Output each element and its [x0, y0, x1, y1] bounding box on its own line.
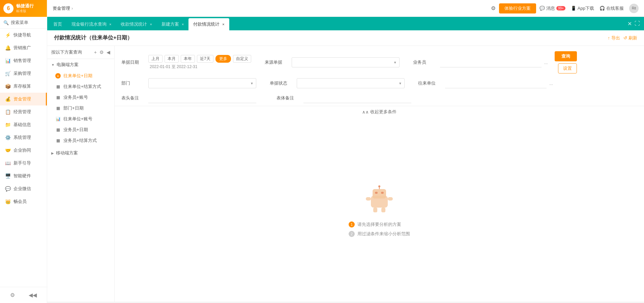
svg-rect-6 — [373, 208, 377, 212]
solution-group-desktop: ▼ 电脑端方案 ● 往来单位+日期 ▦ 往来单位+结算方式 ▦ 业务员+账号 — [47, 59, 114, 146]
staff-input-wrap: ... — [440, 57, 548, 67]
solution-chart-icon: 📊 — [55, 116, 61, 122]
quick-nav-icon: ⚡ — [5, 32, 11, 38]
page-header: 付款情况统计（往来单位+日期） ↑ 导出 ↺ 刷新 — [47, 30, 644, 46]
sidebar-item-member[interactable]: 👑 畅会员 — [0, 195, 47, 208]
operation-icon: 📋 — [5, 109, 11, 115]
solution-item-partner-account[interactable]: 📊 往来单位+账号 — [47, 114, 114, 124]
solution-item-dept-date[interactable]: ▦ 部门+日期 — [47, 103, 114, 114]
solution-item-staff-settlement[interactable]: ▦ 业务员+结算方式 — [47, 135, 114, 146]
message-action[interactable]: 💬 消息 99+ — [539, 5, 565, 11]
date-btn-last-month[interactable]: 上月 — [148, 55, 163, 63]
trial-button[interactable]: 体验行业方案 — [499, 3, 536, 13]
tab-bar-actions: ✕ ⛶ — [625, 17, 643, 30]
refresh-button[interactable]: ↺ 刷新 — [623, 35, 637, 41]
top-header: 资金管理 › ⚙ 体验行业方案 💬 消息 99+ 📱 App下载 🎧 在线客服 … — [47, 0, 644, 17]
header-note-wrap — [148, 93, 256, 103]
sidebar-search[interactable]: 🔍 搜索菜单 — [0, 17, 47, 29]
tab-close-payment[interactable]: × — [222, 22, 224, 26]
date-btn-custom[interactable]: 自定义 — [233, 55, 251, 63]
filter-row-1: 单据日期 上月 本月 本年 近7天 更多 自定义 20 — [121, 51, 637, 73]
breadcrumb: 资金管理 › — [53, 5, 488, 11]
mobile-arrow-icon: ▶ — [51, 151, 54, 155]
tab-close-receipts[interactable]: × — [150, 22, 152, 26]
date-btn-more[interactable]: 更多 — [215, 55, 231, 63]
doc-status-select[interactable] — [297, 78, 405, 88]
tab-bank[interactable]: 现金银行流水查询 × — [67, 18, 116, 30]
tab-close-bank[interactable]: × — [109, 22, 111, 26]
solution-item-staff-date[interactable]: ▦ 业务员+日期 — [47, 124, 114, 135]
tab-close-new-plan[interactable]: × — [182, 22, 184, 26]
sidebar-brand: 畅捷通行 标准版 — [16, 3, 34, 13]
sidebar-collapse-icon[interactable]: ◀◀ — [27, 291, 38, 300]
dept-select-wrap: ▼ — [148, 78, 256, 88]
solution-item-partner-date[interactable]: ● 往来单位+日期 — [47, 70, 114, 81]
collapse-more-btn[interactable]: ∧∧ 收起更多条件 — [115, 106, 644, 118]
sidebar-item-capital[interactable]: 💰 资金管理 — [0, 93, 47, 105]
dept-select[interactable] — [148, 78, 256, 88]
tab-new-plan[interactable]: 新建方案 × — [157, 18, 188, 30]
solution-collapse-icon[interactable]: ◀ — [107, 50, 110, 55]
page-title: 付款情况统计（往来单位+日期） — [54, 34, 133, 41]
sidebar-item-hardware[interactable]: 🖥️ 智能硬件 — [0, 170, 47, 182]
tab-maximize-icon[interactable]: ⛶ — [635, 21, 640, 27]
sidebar-item-operation[interactable]: 📋 经营管理 — [0, 105, 47, 118]
sidebar-item-inventory[interactable]: 📦 库存核算 — [0, 80, 47, 93]
tab-bar: 首页 现金银行流水查询 × 收款情况统计 × 新建方案 × 付款情况统计 × ✕… — [47, 17, 644, 30]
tab-receipts[interactable]: 收款情况统计 × — [116, 18, 156, 30]
solution-group-desktop-header[interactable]: ▼ 电脑端方案 — [47, 59, 114, 70]
sidebar-footer: ⚙ ◀◀ — [0, 287, 47, 303]
source-select[interactable] — [292, 57, 400, 67]
sidebar-item-marketing[interactable]: 🔔 营销推广 — [0, 41, 47, 54]
date-btn-this-month[interactable]: 本月 — [165, 55, 179, 63]
guide-icon: 📖 — [5, 160, 11, 166]
sidebar-item-wechat[interactable]: 💬 企业微信 — [0, 182, 47, 195]
header-note-input[interactable] — [148, 93, 256, 103]
user-avatar[interactable]: Rit — [629, 4, 639, 13]
solution-group-mobile: ▶ 移动端方案 — [47, 147, 114, 159]
hardware-icon: 🖥️ — [5, 173, 11, 179]
purchase-icon: 🛒 — [5, 71, 11, 76]
solution-panel-header: 按以下方案查询 + ⚙ ◀ — [47, 46, 114, 59]
inventory-icon: 📦 — [5, 84, 11, 89]
main-area: 资金管理 › ⚙ 体验行业方案 💬 消息 99+ 📱 App下载 🎧 在线客服 … — [47, 0, 644, 303]
app-download-action[interactable]: 📱 App下载 — [571, 5, 594, 11]
solution-group-mobile-header[interactable]: ▶ 移动端方案 — [47, 147, 114, 159]
solution-settings-icon[interactable]: ⚙ — [99, 50, 104, 55]
solution-active-icon: ● — [55, 73, 61, 79]
sidebar-item-system[interactable]: ⚙️ 系统管理 — [0, 131, 47, 144]
header-settings-icon[interactable]: ⚙ — [491, 5, 496, 11]
query-button[interactable]: 查询 — [555, 51, 577, 61]
group-arrow-icon: ▼ — [51, 63, 55, 67]
counterpart-more-icon[interactable]: ... — [549, 81, 553, 86]
add-solution-icon[interactable]: + — [94, 50, 97, 55]
filter-settings-button[interactable]: 设置 — [558, 63, 577, 73]
body-note-input[interactable] — [303, 93, 411, 103]
solution-item-staff-account[interactable]: ▦ 业务员+账号 — [47, 92, 114, 103]
date-range-text: 2022-01-01 至 2022-12-31 — [150, 64, 251, 70]
filter-section: 单据日期 上月 本月 本年 近7天 更多 自定义 20 — [115, 46, 644, 118]
tab-home[interactable]: 首页 — [49, 18, 67, 30]
enterprise-icon: 🤝 — [5, 148, 11, 153]
sidebar-item-basic[interactable]: 📁 基础信息 — [0, 118, 47, 131]
counterpart-input[interactable] — [445, 78, 547, 88]
sidebar-item-sales[interactable]: 📊 销售管理 — [0, 54, 47, 67]
staff-more-icon[interactable]: ... — [544, 60, 548, 65]
sidebar-item-enterprise[interactable]: 🤝 企业协同 — [0, 144, 47, 157]
tab-payment[interactable]: 付款情况统计 × — [188, 18, 229, 30]
tip-num-1: 1 — [349, 221, 355, 228]
svg-rect-1 — [373, 189, 386, 199]
date-btn-this-year[interactable]: 本年 — [181, 55, 195, 63]
date-btn-7days[interactable]: 近7天 — [197, 55, 213, 63]
sidebar-item-quick-nav[interactable]: ⚡ 快捷导航 — [0, 29, 47, 41]
solution-item-partner-settlement[interactable]: ▦ 往来单位+结算方式 — [47, 81, 114, 92]
sidebar-item-guide[interactable]: 📖 新手引导 — [0, 157, 47, 170]
settings-gear-icon[interactable]: ⚙ — [9, 291, 16, 300]
header-note-label: 表头备注 — [121, 95, 142, 101]
export-button[interactable]: ↑ 导出 — [608, 35, 620, 41]
online-service-action[interactable]: 🎧 在线客服 — [599, 5, 624, 11]
sidebar-item-purchase[interactable]: 🛒 采购管理 — [0, 67, 47, 80]
tab-close-all-icon[interactable]: ✕ — [627, 21, 632, 27]
staff-input[interactable] — [440, 57, 541, 67]
doc-status-select-wrap: ▼ — [297, 78, 405, 88]
